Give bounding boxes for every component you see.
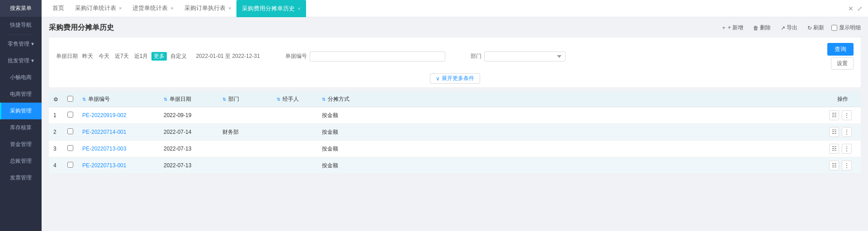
- content-area: 采购费用分摊单历史 ＋ + 新增 🗑 删除 ↗ 导出 ↻ 刷新: [42, 17, 868, 231]
- sidebar-item-ecommerce-xc[interactable]: 小畅电商: [0, 69, 42, 86]
- th-docno[interactable]: ⇅ 单据编号: [78, 92, 159, 107]
- last7days-btn[interactable]: 近7天: [113, 52, 131, 61]
- tab-purchase-in-stats[interactable]: 进货单统计表 ×: [127, 0, 179, 17]
- search-button[interactable]: 查询: [827, 43, 854, 56]
- date-range-display: 2022-01-01 至 2022-12-31: [196, 52, 259, 60]
- row-more-icon[interactable]: ⋮: [842, 127, 852, 137]
- sidebar-item-ledger[interactable]: 总账管理: [0, 153, 42, 170]
- docno-link[interactable]: PE-20220713-001: [82, 162, 126, 169]
- sidebar-item-retail[interactable]: 零售管理 ▾: [0, 36, 42, 52]
- tab-close-purchase-in-stats[interactable]: ×: [170, 5, 173, 11]
- export-button[interactable]: ↗ 导出: [778, 23, 800, 33]
- row-docdate: 2022-09-19: [159, 107, 218, 124]
- chevron-down-icon: ∨: [436, 75, 440, 82]
- chevron-down-icon: ▾: [31, 41, 34, 47]
- delete-button[interactable]: 🗑 删除: [750, 23, 774, 33]
- row-checkbox[interactable]: [67, 112, 73, 118]
- row-dept: [218, 157, 272, 174]
- add-button[interactable]: ＋ + 新增: [718, 23, 746, 33]
- tab-close-purchase-exec[interactable]: ×: [228, 5, 231, 11]
- more-date-btn[interactable]: 更多: [151, 52, 167, 61]
- custom-btn[interactable]: 自定义: [169, 52, 189, 61]
- today-btn[interactable]: 今天: [97, 52, 111, 61]
- main-area: 首页 采购订单统计表 × 进货单统计表 × 采购订单执行表 × 采购费用分摊单历…: [42, 0, 868, 231]
- docno-link[interactable]: PE-20220919-002: [82, 112, 126, 118]
- th-setting: ⚙: [49, 92, 63, 107]
- sort-icon: ⇅: [222, 97, 226, 102]
- row-more-icon[interactable]: ⋮: [842, 110, 852, 120]
- sidebar-item-label: 批发管理: [8, 57, 29, 64]
- date-btns: 昨天 今天 近7天 近1月 更多 自定义: [80, 52, 189, 61]
- show-cols-checkbox[interactable]: [831, 25, 837, 31]
- sidebar-item-label: 资金管理: [10, 141, 32, 147]
- row-edit-icon[interactable]: ☷: [829, 110, 839, 120]
- expand-more-btn[interactable]: ∨ 展开更多条件: [430, 73, 480, 84]
- row-no: 1: [49, 107, 63, 124]
- sidebar-item-label: 零售管理: [8, 41, 29, 47]
- sort-icon: ⇅: [164, 97, 167, 102]
- sidebar-item-finance[interactable]: 资金管理: [0, 136, 42, 153]
- refresh-button[interactable]: ↻ 刷新: [805, 23, 827, 33]
- row-docno: PE-20220714-001: [78, 124, 159, 141]
- tab-close-purchase-stats[interactable]: ×: [119, 5, 122, 11]
- row-method: 按金额: [317, 124, 825, 141]
- close-tab-action[interactable]: ✕: [848, 5, 854, 12]
- page-title: 采购费用分摊单历史: [49, 23, 114, 33]
- sidebar-item-ecommerce[interactable]: 电商管理: [0, 86, 42, 103]
- row-edit-icon[interactable]: ☷: [829, 160, 839, 170]
- settings-icon[interactable]: ⚙: [53, 96, 58, 103]
- tab-home[interactable]: 首页: [47, 0, 70, 17]
- sidebar-item-invoice[interactable]: 发票管理: [0, 170, 42, 186]
- tab-purchase-cost-history[interactable]: 采购费用分摊单历史 ×: [236, 0, 306, 17]
- row-no: 2: [49, 124, 63, 141]
- row-checkbox[interactable]: [67, 128, 73, 134]
- row-checkbox[interactable]: [67, 162, 73, 168]
- filter-area: 单据日期 昨天 今天 近7天 近1月 更多 自定义 2022-01-01 至 2…: [49, 38, 861, 87]
- sidebar-item-label: 小畅电商: [10, 74, 32, 80]
- th-method[interactable]: ⇅ 分摊方式: [317, 92, 825, 107]
- row-no: 3: [49, 141, 63, 157]
- sidebar-item-inventory[interactable]: 库存核算: [0, 119, 42, 136]
- row-actions: ☷ ⋮: [825, 124, 861, 141]
- row-handler: [272, 157, 317, 174]
- delete-icon: 🗑: [753, 25, 759, 31]
- tab-purchase-stats[interactable]: 采购订单统计表 ×: [70, 0, 127, 17]
- row-edit-icon[interactable]: ☷: [829, 127, 839, 137]
- row-more-icon[interactable]: ⋮: [842, 144, 852, 154]
- row-more-icon[interactable]: ⋮: [842, 160, 852, 170]
- row-checkbox-cell: [63, 107, 78, 124]
- sidebar-item-quick-nav[interactable]: 快捷导航: [0, 17, 42, 33]
- sort-icon: ⇅: [277, 97, 280, 102]
- sidebar-item-search-menu[interactable]: 搜索菜单: [0, 0, 42, 17]
- table-wrap: ⚙ ⇅ 单据编号 ⇅ 单据日期: [49, 92, 861, 174]
- row-checkbox[interactable]: [67, 145, 73, 151]
- yesterday-btn[interactable]: 昨天: [80, 52, 95, 61]
- th-dept[interactable]: ⇅ 部门: [218, 92, 272, 107]
- last1month-btn[interactable]: 近1月: [132, 52, 150, 61]
- row-edit-icon[interactable]: ☷: [829, 144, 839, 154]
- row-handler: [272, 107, 317, 124]
- th-handler[interactable]: ⇅ 经手人: [272, 92, 317, 107]
- th-action: 操作: [825, 92, 861, 107]
- row-handler: [272, 124, 317, 141]
- filter-row: 单据日期 昨天 今天 近7天 近1月 更多 自定义 2022-01-01 至 2…: [56, 43, 854, 70]
- tab-purchase-exec[interactable]: 采购订单执行表 ×: [179, 0, 236, 17]
- dept-select[interactable]: 财务部: [484, 52, 566, 61]
- setting-button[interactable]: 设置: [831, 57, 854, 70]
- docno-link[interactable]: PE-20220713-003: [82, 146, 126, 152]
- toolbar: ＋ + 新增 🗑 删除 ↗ 导出 ↻ 刷新 显示明细: [718, 23, 861, 33]
- export-icon: ↗: [781, 25, 785, 31]
- th-docdate[interactable]: ⇅ 单据日期: [159, 92, 218, 107]
- row-docno: PE-20220713-003: [78, 141, 159, 157]
- sidebar-divider: [8, 34, 33, 35]
- sidebar-item-wholesale[interactable]: 批发管理 ▾: [0, 52, 42, 69]
- sidebar-item-purchase[interactable]: 采购管理: [0, 103, 42, 119]
- show-cols-checkbox-label[interactable]: 显示明细: [831, 24, 861, 32]
- tab-close-purchase-cost-history[interactable]: ×: [297, 6, 300, 11]
- select-all-checkbox[interactable]: [67, 96, 73, 102]
- docno-link[interactable]: PE-20220714-001: [82, 129, 126, 135]
- tab-bar: 首页 采购订单统计表 × 进货单统计表 × 采购订单执行表 × 采购费用分摊单历…: [42, 0, 868, 17]
- expand-tab-action[interactable]: ⤢: [857, 5, 863, 12]
- table-row: 2 PE-20220714-001 2022-07-14 财务部 按金额 ☷ ⋮: [49, 124, 861, 141]
- docno-input[interactable]: [310, 52, 445, 61]
